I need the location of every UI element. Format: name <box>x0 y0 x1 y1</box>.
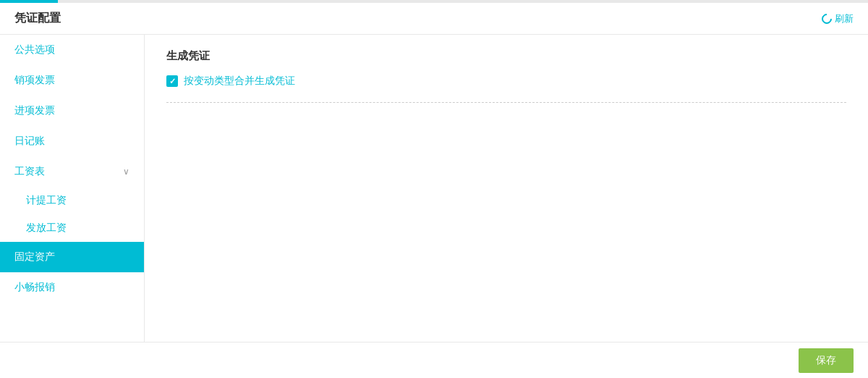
save-button[interactable]: 保存 <box>799 348 854 373</box>
merge-by-type-checkbox[interactable] <box>166 75 178 87</box>
sidebar-item-label: 销项发票 <box>14 74 55 87</box>
section-divider <box>166 102 846 103</box>
header: 凭证配置 刷新 <box>0 3 868 35</box>
sidebar-item-fixed-assets[interactable]: 固定资产 <box>0 242 144 272</box>
sidebar-item-label: 固定资产 <box>14 251 55 264</box>
sidebar-item-purchase-invoice[interactable]: 进项发票 <box>0 96 144 126</box>
refresh-button[interactable]: 刷新 <box>822 12 854 25</box>
page-title: 凭证配置 <box>14 11 61 26</box>
footer: 保存 <box>0 342 868 378</box>
sidebar-item-label: 公共选项 <box>14 43 55 56</box>
sidebar-item-label: 工资表 <box>14 165 45 178</box>
sidebar-item-calc-salary[interactable]: 计提工资 <box>0 187 144 214</box>
sidebar-item-expense[interactable]: 小畅报销 <box>0 272 144 303</box>
sidebar-item-label: 进项发票 <box>14 104 55 117</box>
sidebar-item-label: 发放工资 <box>26 222 67 233</box>
refresh-label: 刷新 <box>835 12 854 25</box>
sidebar-item-pay-salary[interactable]: 发放工资 <box>0 214 144 242</box>
chevron-down-icon: ∨ <box>123 167 129 177</box>
sidebar-item-label: 日记账 <box>14 135 45 148</box>
top-tab-bar <box>0 0 868 3</box>
top-tab-active-indicator <box>0 0 58 3</box>
sidebar-item-label: 小畅报销 <box>14 281 55 294</box>
sidebar-item-journal[interactable]: 日记账 <box>0 126 144 156</box>
sidebar-item-public-options[interactable]: 公共选项 <box>0 35 144 65</box>
sidebar-item-sales-invoice[interactable]: 销项发票 <box>0 65 144 96</box>
refresh-icon <box>820 12 834 26</box>
sidebar: 公共选项 销项发票 进项发票 日记账 工资表 ∨ 计提工资 发放工资 固定资 <box>0 35 145 342</box>
sidebar-item-label: 计提工资 <box>26 194 67 206</box>
checkbox-label: 按变动类型合并生成凭证 <box>184 75 295 88</box>
body: 公共选项 销项发票 进项发票 日记账 工资表 ∨ 计提工资 发放工资 固定资 <box>0 35 868 342</box>
section-title: 生成凭证 <box>166 49 846 63</box>
checkbox-row: 按变动类型合并生成凭证 <box>166 75 846 88</box>
main-content: 生成凭证 按变动类型合并生成凭证 <box>145 35 868 342</box>
sidebar-item-payroll[interactable]: 工资表 ∨ <box>0 156 144 187</box>
